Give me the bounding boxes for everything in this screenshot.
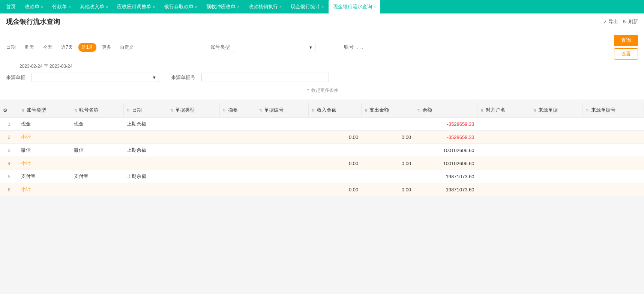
cell-account-name	[71, 183, 124, 196]
cell-income	[309, 118, 362, 131]
cell-source-doc	[530, 183, 583, 196]
nav-tab-receipts[interactable]: 收款单 ×	[20, 0, 48, 13]
cell-expense	[361, 144, 414, 157]
date-yesterday[interactable]: 昨天	[22, 43, 38, 52]
settings-button[interactable]: 设置	[614, 48, 638, 60]
col-source-doc-label: 来源单据	[538, 107, 558, 113]
col-source-doc[interactable]: ⇅ 来源单据	[530, 103, 583, 118]
cell-row-num: 3	[0, 144, 18, 157]
cell-source-doc-no	[583, 157, 644, 170]
nav-tab-stats-close[interactable]: ×	[321, 0, 324, 13]
col-balance[interactable]: ⇅ 余额	[414, 103, 477, 118]
nav-tab-write-off[interactable]: 收款核销执行 ×	[244, 0, 286, 13]
nav-home[interactable]: 首页	[2, 0, 20, 13]
cell-doc-no	[256, 170, 309, 183]
cell-summary	[220, 144, 256, 157]
col-account-name[interactable]: ⇅ 账号名称	[71, 103, 124, 118]
nav-tab-adjust-close[interactable]: ×	[153, 0, 155, 13]
collapse-bar[interactable]: ⌃ 收起更多条件	[6, 86, 638, 95]
source-doc-select[interactable]: ▾	[32, 73, 159, 82]
export-icon: ↗	[603, 19, 607, 25]
filter-area: 日期 昨天 今天 近7天 近1月 更多 自定义 账号类型 ▾ 账号 ... 查询…	[0, 30, 644, 100]
nav-tab-cashflow-label: 现金银行流水查询	[333, 0, 372, 13]
col-source-doc-no[interactable]: ⇅ 来源单据号	[583, 103, 644, 118]
gear-icon[interactable]: ⚙	[3, 107, 8, 113]
cell-row-num: 4	[0, 157, 18, 170]
chevron-down-icon-2: ▾	[153, 75, 156, 80]
cell-expense: 0.00	[361, 157, 414, 170]
account-type-select[interactable]: ▾	[233, 43, 315, 52]
nav-tab-other-income-close[interactable]: ×	[106, 0, 108, 13]
date-options: 昨天 今天 近7天 近1月 更多 自定义	[22, 43, 137, 52]
cell-account-name	[71, 157, 124, 170]
cell-counterparty	[477, 118, 530, 131]
nav-tab-write-off-close[interactable]: ×	[279, 0, 282, 13]
cell-row-num: 5	[0, 170, 18, 183]
account-dots[interactable]: ...	[357, 44, 364, 51]
nav-tab-prepay-close[interactable]: ×	[237, 0, 239, 13]
col-income[interactable]: ⇅ 收入金额	[309, 103, 362, 118]
cell-date	[124, 131, 167, 144]
nav-tab-adjust[interactable]: 应收应付调整单 ×	[113, 0, 159, 13]
col-account-name-label: 账号名称	[79, 107, 99, 113]
date-custom[interactable]: 自定义	[117, 43, 137, 52]
col-doc-type[interactable]: ⇅ 单据类型	[167, 103, 220, 118]
cell-balance: -3528659.33	[414, 131, 477, 144]
sort-icon-source-doc-no: ⇅	[586, 108, 589, 112]
cell-doc-no	[256, 118, 309, 131]
nav-tab-payments[interactable]: 付款单 ×	[48, 0, 75, 13]
cell-doc-no	[256, 144, 309, 157]
cell-income: 0.00	[309, 131, 362, 144]
cell-date: 上期余额	[124, 144, 167, 157]
cell-expense	[361, 118, 414, 131]
sort-icon-doc-no: ⇅	[259, 108, 262, 112]
source-doc-label: 来源单据	[6, 74, 26, 81]
cell-doc-type	[167, 131, 220, 144]
nav-tab-bank[interactable]: 银行存取款单 ×	[160, 0, 202, 13]
nav-tab-payments-close[interactable]: ×	[68, 0, 71, 13]
date-last1month[interactable]: 近1月	[78, 43, 97, 52]
cell-doc-no	[256, 131, 309, 144]
cell-balance: 19871073.60	[414, 183, 477, 196]
cell-source-doc-no	[583, 118, 644, 131]
sort-icon-summary: ⇅	[223, 108, 226, 112]
query-button[interactable]: 查询	[614, 35, 638, 46]
nav-tab-stats[interactable]: 现金银行统计 ×	[286, 0, 328, 13]
date-today[interactable]: 今天	[40, 43, 56, 52]
cell-source-doc-no	[583, 144, 644, 157]
cell-balance: -3528659.33	[414, 118, 477, 131]
cell-summary	[220, 118, 256, 131]
cell-date	[124, 183, 167, 196]
col-account-type[interactable]: ⇅ 账号类型	[18, 103, 71, 118]
col-summary-label: 摘要	[228, 107, 238, 113]
nav-tab-receipts-close[interactable]: ×	[41, 0, 43, 13]
chevron-down-icon: ▾	[309, 45, 312, 50]
cell-counterparty	[477, 144, 530, 157]
cell-doc-no	[256, 157, 309, 170]
sort-icon-date: ⇅	[127, 108, 130, 112]
col-doc-no[interactable]: ⇅ 单据编号	[256, 103, 309, 118]
nav-tab-bank-close[interactable]: ×	[195, 0, 197, 13]
cell-source-doc	[530, 170, 583, 183]
col-expense[interactable]: ⇅ 支出金额	[361, 103, 414, 118]
col-summary[interactable]: ⇅ 摘要	[220, 103, 256, 118]
sort-icon-doc-type: ⇅	[170, 108, 173, 112]
export-label: 导出	[608, 18, 618, 25]
refresh-button[interactable]: ↻ 刷新	[623, 18, 638, 25]
date-last7[interactable]: 近7天	[58, 43, 76, 52]
nav-tab-other-income[interactable]: 其他收入单 ×	[75, 0, 113, 13]
cell-source-doc	[530, 131, 583, 144]
source-doc-no-input[interactable]	[201, 73, 329, 82]
account-type-label: 账号类型	[210, 44, 230, 51]
nav-tab-cashflow[interactable]: 现金银行流水查询 ×	[329, 0, 380, 13]
nav-tab-prepay[interactable]: 预收冲应收单 ×	[202, 0, 244, 13]
cell-source-doc-no	[583, 131, 644, 144]
sort-icon-counterparty: ⇅	[480, 108, 483, 112]
col-counterparty[interactable]: ⇅ 对方户名	[477, 103, 530, 118]
col-settings[interactable]: ⚙	[0, 103, 18, 118]
export-button[interactable]: ↗ 导出	[603, 18, 618, 25]
date-more[interactable]: 更多	[99, 43, 114, 52]
col-date[interactable]: ⇅ 日期	[124, 103, 167, 118]
table-row: 3 微信 微信 上期余额 100102606.60	[0, 144, 644, 157]
nav-tab-cashflow-close[interactable]: ×	[374, 0, 376, 13]
